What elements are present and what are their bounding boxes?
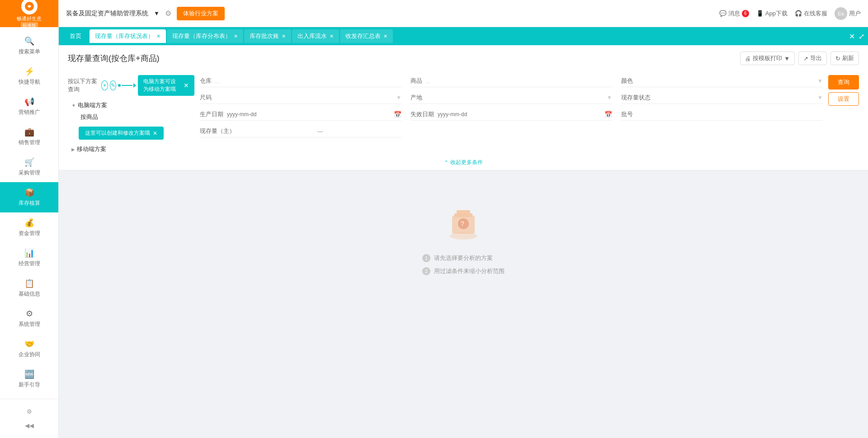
user-item[interactable]: Ea 用户 [835, 7, 861, 20]
print-button[interactable]: 🖨 按模板打印 ▼ [740, 52, 795, 65]
size-label: 尺码 [200, 94, 212, 102]
sidebar-item-guide[interactable]: 🆕 新手引导 [0, 364, 58, 394]
tip-text-1: 请先选择要分析的方案 [434, 252, 493, 265]
tab-batch[interactable]: 库存批次账 ✕ [244, 29, 291, 43]
edit-scheme-button[interactable]: ✎ [110, 80, 116, 90]
mobile-scheme-item[interactable]: ▶ 移动端方案 [71, 143, 194, 155]
tab-close-inventory-status[interactable]: ✕ [156, 33, 160, 39]
sidebar-item-finance[interactable]: 💰 资金管理 [0, 212, 58, 243]
production-date-calendar-icon[interactable]: 📅 [394, 111, 401, 118]
online-service-label: 在线客服 [804, 9, 827, 18]
tab-maximize-button[interactable]: ⤢ [859, 32, 864, 41]
sidebar-label-system: 系统管理 [19, 320, 40, 328]
sidebar-item-system[interactable]: ⚙ 系统管理 [0, 303, 58, 334]
filter-scheme-header: 按以下方案查询 + ✎ 电脑方案可设为移动方案哦 [68, 75, 194, 96]
batch-input[interactable] [637, 111, 823, 118]
sidebar-item-inventory[interactable]: 📦 库存核算 [0, 182, 58, 212]
filter-production-date: 生产日期 📅 [200, 108, 401, 121]
desktop-scheme-item[interactable]: ▼ 电脑端方案 [71, 99, 194, 111]
tab-close-batch[interactable]: ✕ [282, 33, 286, 39]
expiry-date-input[interactable] [438, 111, 601, 118]
filter-label: 按以下方案查询 [68, 77, 98, 94]
page-title-row: 现存量查询(按仓库+商品) 🖨 按模板打印 ▼ ↗ 导出 ↻ [59, 45, 868, 70]
sidebar-item-purchase[interactable]: 🛒 采购管理 [0, 152, 58, 182]
sidebar-item-basic[interactable]: 📋 基础信息 [0, 273, 58, 303]
origin-arrow-icon: ▼ [607, 94, 612, 101]
sidebar-label-basic: 基础信息 [19, 290, 40, 298]
sidebar-item-quick[interactable]: ⚡ 快捷导航 [0, 61, 58, 91]
sales-icon: 💼 [24, 127, 34, 137]
origin-label: 产地 [410, 94, 422, 102]
sidebar-item-operations[interactable]: 📊 经营管理 [0, 243, 58, 273]
warehouse-placeholder: ... [215, 78, 220, 85]
collapse-bar[interactable]: ⌃ 收起更多条件 [59, 155, 868, 170]
create-tooltip-text: 这里可以创建和修改方案哦 [85, 129, 150, 137]
tab-inventory-status[interactable]: 现存量（库存状况表） ✕ [90, 29, 166, 43]
tab-label-flow: 出入库流水 [297, 32, 327, 40]
create-scheme-tooltip: 这里可以创建和修改方案哦 ✕ [79, 127, 164, 140]
sidebar-item-marketing[interactable]: 📢 营销推广 [0, 91, 58, 122]
stock-qty-to[interactable] [327, 128, 402, 134]
logo-icon [21, 0, 38, 14]
query-buttons: 查询 设置 [828, 75, 859, 106]
tab-flow[interactable]: 出入库流水 ✕ [292, 29, 339, 43]
tree-item-goods[interactable]: 按商品 [80, 111, 194, 123]
inventory-icon: 📦 [24, 188, 34, 198]
size-arrow-icon: ▼ [396, 94, 401, 101]
desktop-scheme-label: 电脑端方案 [78, 101, 107, 109]
add-scheme-button[interactable]: + [101, 80, 108, 90]
filter-stock-qty: 现存量（主） — [200, 125, 401, 137]
query-button[interactable]: 查询 [828, 75, 859, 89]
svg-text:?: ? [461, 220, 464, 227]
tab-close-flow[interactable]: ✕ [330, 33, 334, 39]
tab-summary[interactable]: 收发存汇总表 ✕ [340, 29, 393, 43]
app-download-item[interactable]: 📱 App下载 [756, 9, 788, 18]
tooltip-close-button[interactable]: ✕ [184, 82, 189, 89]
stock-qty-from[interactable] [239, 128, 314, 134]
create-tooltip-close-button[interactable]: ✕ [153, 130, 157, 137]
export-icon: ↗ [803, 55, 808, 62]
tree-children: 按商品 [80, 111, 194, 123]
svg-rect-4 [457, 210, 470, 214]
message-item[interactable]: 💬 消息 6 [719, 9, 749, 18]
tip-num-1: 1 [422, 254, 430, 262]
scheme-tooltip: 电脑方案可设为移动方案哦 ✕ [138, 75, 194, 96]
header-settings-icon[interactable]: ⚙ [165, 9, 171, 18]
purchase-icon: 🛒 [24, 157, 34, 167]
tab-home[interactable]: 首页 [62, 29, 89, 43]
sidebar-bottom-collapse[interactable]: ◀◀ [0, 419, 58, 433]
sidebar-item-search[interactable]: 🔍 搜索菜单 [0, 31, 58, 61]
sidebar-bottom-settings[interactable]: ⚙ [0, 405, 58, 419]
production-date-input[interactable] [227, 111, 390, 118]
refresh-label: 刷新 [842, 54, 854, 62]
system-select[interactable]: ▼ [154, 10, 160, 17]
sidebar-label-purchase: 采购管理 [19, 169, 40, 177]
enterprise-icon: 🤝 [24, 339, 34, 349]
refresh-button[interactable]: ↻ 刷新 [830, 52, 859, 65]
message-badge: 6 [742, 10, 749, 17]
main-content: 装备及固定资产辅助管理系统 ▼ ⚙ 体验行业方案 💬 消息 6 📱 App下载 [59, 0, 868, 438]
export-button[interactable]: ↗ 导出 [798, 52, 827, 65]
create-tooltip-wrapper: 这里可以创建和修改方案哦 ✕ [71, 125, 194, 140]
empty-tip-1: 1 请先选择要分析的方案 [422, 252, 505, 265]
sidebar-item-sales[interactable]: 💼 销售管理 [0, 122, 58, 152]
filter-product: 商品 ... [410, 75, 612, 87]
online-service-item[interactable]: 🎧 在线客服 [795, 9, 827, 18]
finance-icon: 💰 [24, 218, 34, 228]
mobile-scheme-label: 移动端方案 [77, 145, 106, 153]
filter-origin: 产地 ▼ [410, 92, 612, 104]
tab-close-summary[interactable]: ✕ [383, 33, 387, 39]
tab-close-all-button[interactable]: ✕ [849, 32, 855, 41]
stock-qty-label: 现存量（主） [200, 127, 235, 135]
filter-panel: 现存量查询(按仓库+商品) 🖨 按模板打印 ▼ ↗ 导出 ↻ [59, 45, 868, 170]
tip-num-2: 2 [422, 267, 430, 275]
tab-close-inventory-distribution[interactable]: ✕ [234, 33, 238, 39]
sidebar-item-enterprise[interactable]: 🤝 企业协同 [0, 334, 58, 364]
tab-inventory-distribution[interactable]: 现存量（库存分布表） ✕ [167, 29, 243, 43]
filter-header-section: 按以下方案查询 + ✎ 电脑方案可设为移动方案哦 [59, 75, 868, 155]
top-header: 装备及固定资产辅助管理系统 ▼ ⚙ 体验行业方案 💬 消息 6 📱 App下载 [59, 0, 868, 27]
expiry-date-calendar-icon[interactable]: 📅 [604, 111, 612, 118]
industry-button[interactable]: 体验行业方案 [177, 7, 225, 20]
reset-button[interactable]: 设置 [828, 92, 859, 106]
sidebar-nav: 🔍 搜索菜单 ⚡ 快捷导航 📢 营销推广 💼 销售管理 🛒 采购管理 📦 [0, 27, 58, 399]
